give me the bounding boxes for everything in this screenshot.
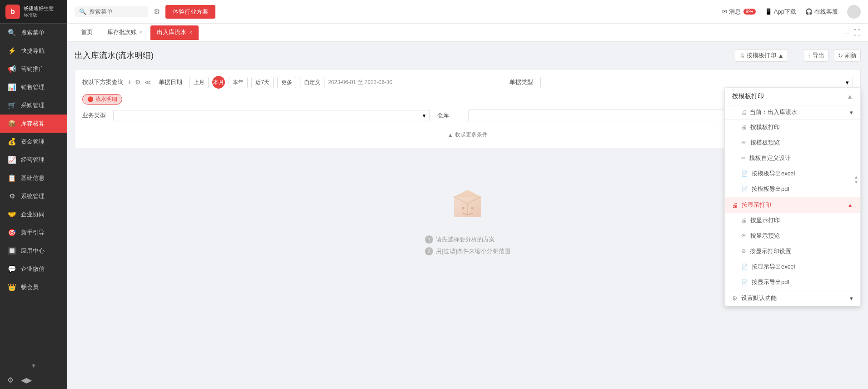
display-export-pdf-icon: 📄 xyxy=(741,279,748,285)
inventory-icon: 📦 xyxy=(7,120,16,128)
dropdown-item-display-print[interactable]: 🖨 按显示打印 xyxy=(725,213,860,228)
settings-icon[interactable]: ⚙ xyxy=(154,7,160,16)
display-print-icon: 🖨 xyxy=(741,217,747,224)
tab-stock-flow[interactable]: 出入库流水 × xyxy=(150,25,198,40)
sidebar-item-purchase[interactable]: 🛒 采购管理 xyxy=(0,96,67,115)
filter-collapse-btn[interactable]: ≪ xyxy=(145,79,151,86)
sidebar-item-app-center[interactable]: 🔲 应用中心 xyxy=(0,242,67,260)
sidebar-scroll-down[interactable]: ▼ xyxy=(0,361,67,371)
app-logo: b 畅捷通好生意 标准版 xyxy=(0,0,67,24)
print-btn[interactable]: 🖨 按模板打印 ▲ xyxy=(735,49,788,62)
search-icon: 🔍 xyxy=(7,29,16,37)
dropdown-current-item: 🖨 当前：出入库流水 ▾ xyxy=(725,105,860,119)
headset-icon: 🎧 xyxy=(805,8,813,15)
sidebar-item-beginner[interactable]: 🎯 新手引导 xyxy=(0,224,67,242)
tab-home[interactable]: 首页 xyxy=(75,25,99,40)
display-export-excel-icon: 📄 xyxy=(741,264,748,270)
online-service-label: 在线客服 xyxy=(814,8,838,16)
receipt-type-select[interactable]: ▾ xyxy=(540,77,853,88)
dropdown-default-func[interactable]: ⚙ 设置默认功能 ▾ xyxy=(725,290,860,306)
date-btn-this-month[interactable]: 本月 xyxy=(212,76,225,89)
empty-tips: 1 请先选择要分析的方案 2 用[过滤]条件来缩小分析范围 xyxy=(425,235,510,259)
date-btn-custom[interactable]: 自定义 xyxy=(300,77,324,88)
tabs-window-controls: — ⛶ xyxy=(843,29,861,37)
user-avatar[interactable] xyxy=(847,5,861,19)
date-btn-this-year[interactable]: 本年 xyxy=(229,77,248,88)
fullscreen-icon[interactable]: ⛶ xyxy=(853,29,861,37)
collapse-sidebar-icon[interactable]: ◀▶ xyxy=(21,376,32,384)
tip-num-2: 2 xyxy=(425,247,433,255)
sidebar-item-search[interactable]: 🔍 搜索菜单 xyxy=(0,24,67,42)
tab-close-inventory-batch[interactable]: × xyxy=(140,30,142,35)
sidebar-item-label: 库存核算 xyxy=(21,120,45,128)
display-section-label: 按显示打印 xyxy=(742,201,771,209)
message-item[interactable]: ✉ 消息 99+ xyxy=(722,8,756,16)
search-input[interactable] xyxy=(89,8,144,15)
dropdown-item-template-custom[interactable]: ✏ 模板自定义设计 xyxy=(725,150,860,166)
basic-info-icon: 📋 xyxy=(7,174,16,182)
minimize-icon[interactable]: — xyxy=(843,29,850,37)
dropdown-item-template-print[interactable]: 🖨 按模板打印 xyxy=(725,120,860,135)
dropdown-display-section-header[interactable]: 🖨 按显示打印 ▲ xyxy=(725,197,860,213)
dropdown-item-template-export-pdf[interactable]: 📄 按模板导出pdf xyxy=(725,181,860,197)
app-download-item[interactable]: 📱 App下载 xyxy=(765,8,796,16)
sidebar-item-finance[interactable]: 💰 资金管理 xyxy=(0,133,67,151)
date-btn-7days[interactable]: 近7天 xyxy=(251,77,274,88)
template-custom-label: 模板自定义设计 xyxy=(749,154,791,162)
tab-stock-flow-label: 出入库流水 xyxy=(157,28,186,36)
template-export-excel-label: 按模板导出excel xyxy=(752,170,795,178)
dropdown-item-display-export-pdf[interactable]: 📄 按显示导出pdf xyxy=(725,274,860,290)
refresh-icon: ↻ xyxy=(838,52,843,59)
refresh-btn[interactable]: ↻ 刷新 xyxy=(834,49,861,62)
sidebar-item-label: 搜索菜单 xyxy=(21,29,45,37)
tab-inventory-batch[interactable]: 库存批次账 × xyxy=(101,25,149,40)
dropdown-item-display-preview[interactable]: 👁 按显示预览 xyxy=(725,228,860,244)
export-icon: ↑ xyxy=(808,52,811,59)
business-type-select[interactable]: ▾ xyxy=(113,110,430,121)
dropdown-item-template-preview[interactable]: 👁 按模板预览 xyxy=(725,135,860,150)
sidebar-item-label: 新手引导 xyxy=(21,229,45,237)
template-export-pdf-icon: 📄 xyxy=(741,186,748,192)
empty-tip-1: 请先选择要分析的方案 xyxy=(436,235,495,244)
template-print-icon: 🖨 xyxy=(741,124,747,130)
date-btn-more[interactable]: 更多 xyxy=(277,77,296,88)
dropdown-current-chevron[interactable]: ▾ xyxy=(850,109,853,116)
sidebar-item-inventory[interactable]: 📦 库存核算 xyxy=(0,115,67,133)
tab-close-stock-flow[interactable]: × xyxy=(189,30,192,35)
sales-icon: 📊 xyxy=(7,83,16,91)
search-box[interactable]: 🔍 xyxy=(75,6,148,17)
filter-add-btn[interactable]: + xyxy=(127,78,131,86)
dropdown-item-display-export-excel[interactable]: 📄 按显示导出excel xyxy=(725,259,860,274)
online-service-item[interactable]: 🎧 在线客服 xyxy=(805,8,838,16)
gear-bottom-icon[interactable]: ⚙ xyxy=(7,376,14,384)
template-export-excel-icon: 📄 xyxy=(741,170,748,177)
sidebar-item-system[interactable]: ⚙ 系统管理 xyxy=(0,187,67,205)
sidebar-item-quick-nav[interactable]: ⚡ 快捷导航 xyxy=(0,42,67,60)
sidebar-item-marketing[interactable]: 📢 营销推广 xyxy=(0,60,67,78)
dropdown-item-display-print-settings[interactable]: ⚙ 按显示打印设置 xyxy=(725,244,860,259)
date-btn-last-month[interactable]: 上月 xyxy=(190,77,209,88)
sidebar-item-enterprise-coop[interactable]: 🤝 企业协同 xyxy=(0,205,67,224)
export-btn[interactable]: ↑ 导出 xyxy=(804,49,829,62)
filter-settings-btn[interactable]: ⚙ xyxy=(135,79,141,86)
sidebar-item-member[interactable]: 👑 畅会员 xyxy=(0,278,67,296)
display-print-settings-label: 按显示打印设置 xyxy=(750,247,791,255)
collapse-label: 收起更多条件 xyxy=(455,131,488,139)
dropdown-item-template-export-excel[interactable]: 📄 按模板导出excel xyxy=(725,166,860,181)
template-print-label: 按模板打印 xyxy=(750,123,780,131)
sidebar-item-operations[interactable]: 📈 经营管理 xyxy=(0,151,67,169)
dropdown-close-chevron[interactable]: ▲ xyxy=(847,93,853,100)
industry-btn[interactable]: 体验行业方案 xyxy=(165,5,215,19)
sidebar-item-enterprise-wechat[interactable]: 💬 企业微信 xyxy=(0,260,67,278)
filter-tag: 🔴 流水明细 xyxy=(82,94,122,105)
marketing-icon: 📢 xyxy=(7,65,16,73)
tabs-bar: 首页 库存批次账 × 出入库流水 × — ⛶ xyxy=(67,24,868,42)
display-section-chevron: ▲ xyxy=(847,202,853,209)
dropdown-header: 按模板打印 ▲ xyxy=(725,88,860,105)
dropdown-current-icon: 🖨 xyxy=(741,109,747,116)
app-center-icon: 🔲 xyxy=(7,247,16,255)
sidebar-item-basic-info[interactable]: 📋 基础信息 xyxy=(0,169,67,187)
default-func-icon: ⚙ xyxy=(732,295,738,302)
sidebar-item-sales[interactable]: 📊 销售管理 xyxy=(0,78,67,96)
page-title: 出入库流水(流水明细) xyxy=(75,50,154,61)
